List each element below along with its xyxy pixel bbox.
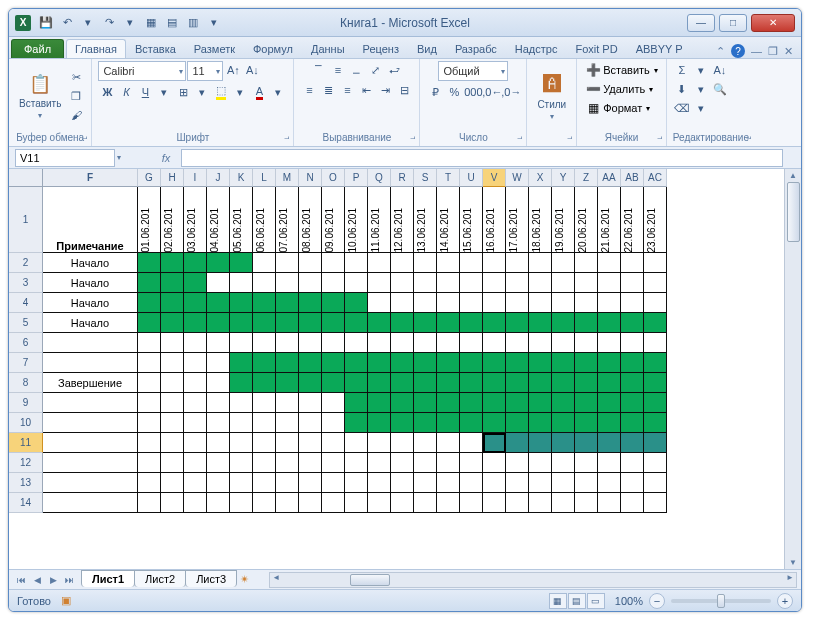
cell-Y1[interactable]: 19.06.201 <box>552 187 575 253</box>
col-header-Q[interactable]: Q <box>368 169 391 187</box>
cell-J7[interactable] <box>207 353 230 373</box>
cell-N7[interactable] <box>299 353 322 373</box>
cell-U4[interactable] <box>460 293 483 313</box>
cell-Q9[interactable] <box>368 393 391 413</box>
ribbon-tab-1[interactable]: Вставка <box>126 39 185 58</box>
cell-S5[interactable] <box>414 313 437 333</box>
cell-S11[interactable] <box>414 433 437 453</box>
cell-Y11[interactable] <box>552 433 575 453</box>
cell-W12[interactable] <box>506 453 529 473</box>
comma-icon[interactable]: 000 <box>464 83 482 101</box>
cell-W2[interactable] <box>506 253 529 273</box>
cell-K5[interactable] <box>230 313 253 333</box>
cell-AA3[interactable] <box>598 273 621 293</box>
cell-X7[interactable] <box>529 353 552 373</box>
undo-icon[interactable]: ↶ <box>57 13 77 33</box>
scroll-up-icon[interactable]: ▲ <box>789 171 797 180</box>
cell-AB9[interactable] <box>621 393 644 413</box>
cell-Z11[interactable] <box>575 433 598 453</box>
cell-G12[interactable] <box>138 453 161 473</box>
cell-T7[interactable] <box>437 353 460 373</box>
row-header-8[interactable]: 8 <box>9 373 43 393</box>
ribbon-tab-6[interactable]: Вид <box>408 39 446 58</box>
cell-T5[interactable] <box>437 313 460 333</box>
doc-minimize-icon[interactable]: — <box>751 45 762 57</box>
fill-icon[interactable]: ⬇ <box>673 80 691 98</box>
cell-N10[interactable] <box>299 413 322 433</box>
cell-X6[interactable] <box>529 333 552 353</box>
cell-M7[interactable] <box>276 353 299 373</box>
cell-J4[interactable] <box>207 293 230 313</box>
cell-S1[interactable]: 13.06.201 <box>414 187 437 253</box>
cell-O6[interactable] <box>322 333 345 353</box>
cell-X12[interactable] <box>529 453 552 473</box>
cell-J10[interactable] <box>207 413 230 433</box>
row-header-6[interactable]: 6 <box>9 333 43 353</box>
cell-P12[interactable] <box>345 453 368 473</box>
font-color-icon[interactable]: A <box>250 83 268 101</box>
redo-dd-icon[interactable]: ▾ <box>120 13 140 33</box>
cell-M12[interactable] <box>276 453 299 473</box>
merge-icon[interactable]: ⊟ <box>395 81 413 99</box>
ribbon-tab-3[interactable]: Формул <box>244 39 302 58</box>
cell-X9[interactable] <box>529 393 552 413</box>
cell-N4[interactable] <box>299 293 322 313</box>
cell-Y14[interactable] <box>552 493 575 513</box>
cell-J8[interactable] <box>207 373 230 393</box>
inc-decimal-icon[interactable]: ,0← <box>483 83 501 101</box>
cell-I5[interactable] <box>184 313 207 333</box>
number-format-combo[interactable]: Общий <box>438 61 508 81</box>
col-header-AB[interactable]: AB <box>621 169 644 187</box>
row-header-14[interactable]: 14 <box>9 493 43 513</box>
cell-G1[interactable]: 01.06.201 <box>138 187 161 253</box>
fill-dd2-icon[interactable]: ▾ <box>692 80 710 98</box>
cell-S10[interactable] <box>414 413 437 433</box>
cell-V14[interactable] <box>483 493 506 513</box>
cell-AA10[interactable] <box>598 413 621 433</box>
cell-T4[interactable] <box>437 293 460 313</box>
cell-G2[interactable] <box>138 253 161 273</box>
cell-M3[interactable] <box>276 273 299 293</box>
vscroll-thumb[interactable] <box>787 182 800 242</box>
cell-G4[interactable] <box>138 293 161 313</box>
cell-Y3[interactable] <box>552 273 575 293</box>
doc-restore-icon[interactable]: ❐ <box>768 45 778 58</box>
cell-Y7[interactable] <box>552 353 575 373</box>
macro-record-icon[interactable]: ▣ <box>61 594 71 607</box>
cell-L8[interactable] <box>253 373 276 393</box>
cell-T6[interactable] <box>437 333 460 353</box>
cell-K8[interactable] <box>230 373 253 393</box>
delete-cells-button[interactable]: ➖Удалить▾ <box>583 80 655 98</box>
cell-X14[interactable] <box>529 493 552 513</box>
cell-J11[interactable] <box>207 433 230 453</box>
cell-Q1[interactable]: 11.06.201 <box>368 187 391 253</box>
cell-V7[interactable] <box>483 353 506 373</box>
cell-Z12[interactable] <box>575 453 598 473</box>
cell-AC6[interactable] <box>644 333 667 353</box>
cell-K3[interactable] <box>230 273 253 293</box>
cell-G9[interactable] <box>138 393 161 413</box>
ribbon-tab-9[interactable]: Foxit PD <box>566 39 626 58</box>
format-painter-icon[interactable]: 🖌 <box>67 106 85 124</box>
cell-S7[interactable] <box>414 353 437 373</box>
cell-I14[interactable] <box>184 493 207 513</box>
col-header-X[interactable]: X <box>529 169 552 187</box>
horizontal-scrollbar[interactable] <box>269 572 797 588</box>
cell-L4[interactable] <box>253 293 276 313</box>
cell-K14[interactable] <box>230 493 253 513</box>
cell-R12[interactable] <box>391 453 414 473</box>
cell-X4[interactable] <box>529 293 552 313</box>
cell-W14[interactable] <box>506 493 529 513</box>
cell-O11[interactable] <box>322 433 345 453</box>
fill-color-icon[interactable]: ⬚ <box>212 83 230 101</box>
cell-N12[interactable] <box>299 453 322 473</box>
align-bottom-icon[interactable]: ⎽ <box>348 61 366 79</box>
cell-Z8[interactable] <box>575 373 598 393</box>
cell-G7[interactable] <box>138 353 161 373</box>
cell-AA12[interactable] <box>598 453 621 473</box>
cell-R2[interactable] <box>391 253 414 273</box>
cell-O5[interactable] <box>322 313 345 333</box>
cell-T12[interactable] <box>437 453 460 473</box>
cell-L2[interactable] <box>253 253 276 273</box>
cell-L7[interactable] <box>253 353 276 373</box>
